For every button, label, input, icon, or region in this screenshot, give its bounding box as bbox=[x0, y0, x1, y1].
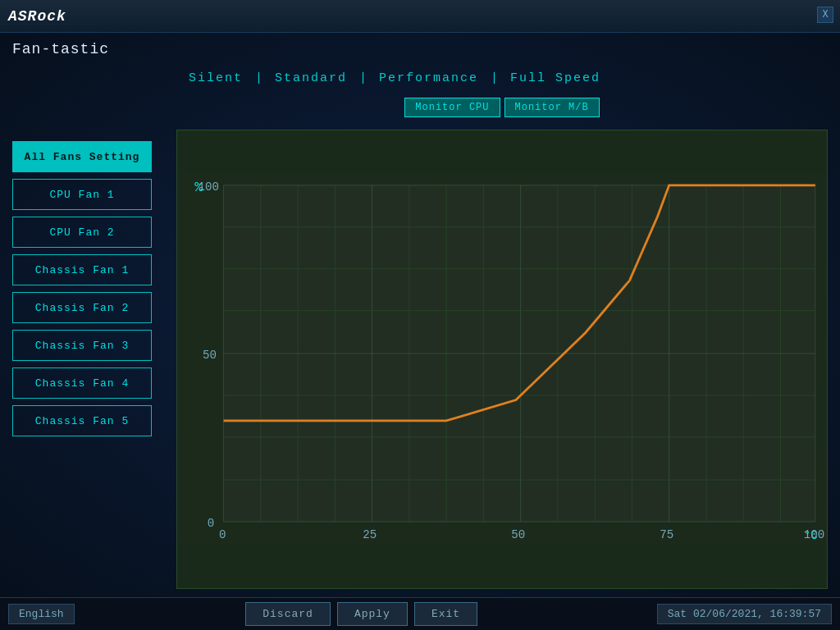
svg-text:25: 25 bbox=[363, 528, 377, 541]
tab-separator-1: | bbox=[359, 71, 367, 85]
svg-text:50: 50 bbox=[203, 349, 217, 362]
apply-button[interactable]: Apply bbox=[337, 602, 408, 626]
sidebar-fan-btn-5[interactable]: Chassis Fan 3 bbox=[12, 330, 152, 361]
sidebar: All Fans SettingCPU Fan 1CPU Fan 2Chassi… bbox=[12, 67, 168, 589]
preset-tab-0[interactable]: Silent bbox=[176, 71, 255, 85]
preset-tab-1[interactable]: Standard bbox=[262, 71, 359, 85]
preset-tabs: Silent | Standard | Performance | Full S… bbox=[176, 67, 828, 89]
tab-separator-2: | bbox=[491, 71, 498, 85]
content-area: All Fans SettingCPU Fan 1CPU Fan 2Chassi… bbox=[12, 67, 828, 589]
action-buttons: Discard Apply Exit bbox=[245, 602, 477, 626]
datetime-display: Sat 02/06/2021, 16:39:57 bbox=[657, 604, 832, 624]
svg-text:50: 50 bbox=[511, 528, 525, 541]
svg-text:0: 0 bbox=[219, 528, 226, 541]
page-title: Fan-tastic bbox=[12, 41, 828, 57]
discard-button[interactable]: Discard bbox=[245, 602, 331, 626]
preset-tab-2[interactable]: Performance bbox=[367, 71, 491, 85]
exit-button[interactable]: Exit bbox=[414, 602, 477, 626]
bottombar: English Discard Apply Exit Sat 02/06/202… bbox=[0, 597, 840, 630]
sidebar-fan-btn-3[interactable]: Chassis Fan 1 bbox=[12, 254, 152, 285]
sidebar-fan-btn-4[interactable]: Chassis Fan 2 bbox=[12, 292, 152, 323]
monitor-buttons: Monitor CPUMonitor M/B bbox=[176, 98, 828, 117]
sidebar-fan-btn-1[interactable]: CPU Fan 1 bbox=[12, 179, 152, 210]
app-logo: ASRock bbox=[8, 8, 66, 25]
monitor-btn-1[interactable]: Monitor M/B bbox=[504, 98, 600, 117]
titlebar: ASRock X bbox=[0, 0, 840, 33]
svg-text:100: 100 bbox=[198, 180, 218, 194]
sidebar-fan-btn-0[interactable]: All Fans Setting bbox=[12, 141, 152, 172]
right-panel: Silent | Standard | Performance | Full S… bbox=[176, 67, 828, 589]
language-display: English bbox=[8, 604, 75, 624]
svg-text:75: 75 bbox=[660, 528, 673, 541]
monitor-btn-0[interactable]: Monitor CPU bbox=[404, 98, 500, 117]
fan-chart: % °C 100 50 0 0 25 50 75 100 bbox=[176, 130, 828, 589]
sidebar-fan-btn-2[interactable]: CPU Fan 2 bbox=[12, 217, 152, 248]
svg-text:100: 100 bbox=[804, 528, 824, 541]
sidebar-fan-btn-6[interactable]: Chassis Fan 4 bbox=[12, 368, 152, 399]
preset-tab-3[interactable]: Full Speed bbox=[498, 71, 613, 85]
tab-separator-0: | bbox=[255, 71, 262, 85]
close-button[interactable]: X bbox=[817, 7, 833, 23]
sidebar-fan-btn-7[interactable]: Chassis Fan 5 bbox=[12, 405, 152, 436]
svg-text:0: 0 bbox=[208, 517, 214, 530]
chart-svg: % °C 100 50 0 0 25 50 75 100 bbox=[177, 130, 827, 588]
main-content: Fan-tastic All Fans SettingCPU Fan 1CPU … bbox=[0, 33, 840, 597]
